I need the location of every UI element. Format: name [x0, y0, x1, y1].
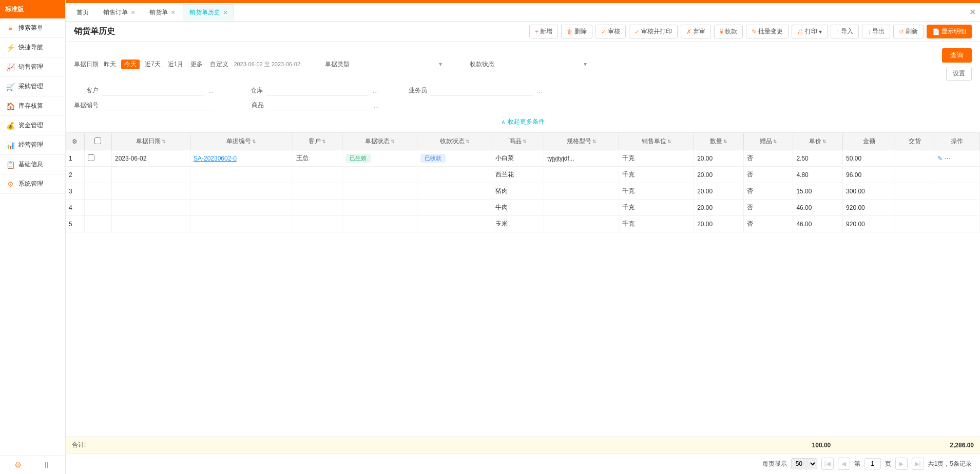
th-doc-no[interactable]: 单据编号⇅ — [190, 133, 293, 150]
cell-doc-no[interactable] — [190, 200, 293, 216]
ops-btn-0[interactable]: ✎ — [937, 155, 943, 162]
warehouse-ellipsis[interactable]: ... — [373, 87, 378, 94]
import-button[interactable]: ↑ 导入 — [831, 25, 859, 38]
cell-checkbox[interactable] — [84, 167, 111, 183]
cell-doc-no[interactable] — [190, 167, 293, 183]
tab-home[interactable]: 首页 — [70, 4, 95, 21]
collapse-btn[interactable]: ∧ 收起更多条件 — [74, 115, 972, 128]
cell-doc-no[interactable]: SA-20230602-0 — [190, 150, 293, 167]
sidebar-item-sales-mgmt[interactable]: 📈 销售管理 — [0, 57, 65, 77]
doc-no-input[interactable] — [102, 101, 215, 110]
warehouse-input[interactable] — [266, 86, 369, 95]
cell-ops — [934, 183, 980, 200]
cell-date — [111, 183, 190, 200]
tab-close-sales-order[interactable]: ✕ — [131, 10, 135, 15]
th-collect-status[interactable]: 收款状态⇅ — [417, 133, 492, 150]
table-footer: 合计: 100.00 2,286.00 — [66, 437, 980, 453]
collect-status-select[interactable] — [497, 60, 590, 69]
doc-no-link[interactable]: SA-20230602-0 — [194, 155, 237, 162]
shortcut-custom[interactable]: 自定义 — [208, 60, 230, 69]
abandon-button[interactable]: ✗ 弃审 — [681, 25, 711, 38]
cell-unit: 千克 — [619, 216, 694, 232]
th-customer[interactable]: 客户⇅ — [293, 133, 342, 150]
pause-bottom-icon[interactable]: ⏸ — [43, 461, 51, 470]
customer-ellipsis[interactable]: ... — [208, 87, 214, 94]
th-amount[interactable]: 金额 — [843, 133, 895, 150]
show-detail-button[interactable]: 📄 显示明细 — [927, 25, 972, 38]
print-button[interactable]: 🖨 打印 ▾ — [792, 25, 828, 38]
page-input[interactable] — [864, 458, 881, 469]
tab-close-sales-goods[interactable]: ✕ — [171, 10, 175, 15]
filter-row-2: 客户 ... 仓库 ... 业务员 ... — [74, 86, 972, 95]
next-page-btn[interactable]: ▶ — [895, 458, 908, 470]
tab-close-sales-history[interactable]: ✕ — [223, 10, 227, 15]
cell-checkbox[interactable] — [84, 200, 111, 216]
setting-button[interactable]: 设置 — [946, 67, 972, 81]
shortcut-more[interactable]: 更多 — [188, 60, 205, 69]
th-delivery[interactable]: 交货 — [895, 133, 934, 150]
cell-checkbox[interactable] — [84, 150, 111, 167]
tab-sales-history[interactable]: 销货单历史 ✕ — [183, 4, 234, 21]
th-goods[interactable]: 商品⇅ — [492, 133, 544, 150]
th-gift[interactable]: 赠品⇅ — [743, 133, 793, 150]
shortcut-7days[interactable]: 近7天 — [143, 60, 163, 69]
shortcut-today[interactable]: 今天 — [121, 60, 140, 69]
sidebar-item-operations-mgmt[interactable]: 📊 经营管理 — [0, 135, 65, 155]
prev-page-btn[interactable]: ◀ — [838, 458, 850, 470]
th-customer-label: 客户 — [309, 137, 321, 146]
quick-nav-icon: ⚡ — [6, 44, 14, 52]
shortcut-1month[interactable]: 近1月 — [166, 60, 186, 69]
select-all-checkbox[interactable] — [94, 137, 101, 144]
table-body: 12023-06-02SA-20230602-0王总已生效已收款小白菜tyjyj… — [66, 150, 980, 232]
cell-doc-status: 已生效 — [342, 150, 417, 167]
goods-ellipsis[interactable]: ... — [374, 102, 379, 109]
first-page-btn[interactable]: |◀ — [821, 458, 834, 470]
audit-button[interactable]: ✓ 审核 — [595, 25, 626, 38]
cell-doc-no[interactable] — [190, 216, 293, 232]
sidebar-item-quick-nav[interactable]: ⚡ 快捷导航 — [0, 38, 65, 57]
refresh-label: 刷新 — [906, 27, 918, 36]
tab-sales-order[interactable]: 销售订单 ✕ — [97, 4, 142, 21]
sidebar-item-inventory-calc[interactable]: 🏠 库存核算 — [0, 96, 65, 116]
audit-print-button[interactable]: ✓ 审核并打印 — [629, 25, 678, 38]
th-date[interactable]: 单据日期⇅ — [111, 133, 190, 150]
sidebar-item-sys-mgmt[interactable]: ⚙ 系统管理 — [0, 174, 65, 194]
goods-input[interactable] — [267, 101, 370, 110]
tab-bar-close-btn[interactable]: ✕ — [969, 7, 976, 17]
th-checkbox[interactable] — [84, 133, 111, 150]
new-button[interactable]: + 新增 — [529, 25, 558, 38]
th-price[interactable]: 单价⇅ — [793, 133, 843, 150]
sidebar-item-finance-mgmt[interactable]: 💰 资金管理 — [0, 116, 65, 135]
tab-sales-goods[interactable]: 销货单 ✕ — [143, 4, 182, 21]
cell-seq: 2 — [66, 167, 84, 183]
shortcut-yesterday[interactable]: 昨天 — [102, 60, 118, 69]
settings-bottom-icon[interactable]: ⚙ — [14, 460, 22, 470]
th-doc-status[interactable]: 单据状态⇅ — [342, 133, 417, 150]
sidebar-item-purchase-mgmt[interactable]: 🛒 采购管理 — [0, 77, 65, 96]
th-unit[interactable]: 销售单位⇅ — [619, 133, 694, 150]
cell-checkbox[interactable] — [84, 183, 111, 200]
sidebar-item-basic-info[interactable]: 📋 基础信息 — [0, 155, 65, 174]
delete-button[interactable]: 🗑 删除 — [561, 25, 592, 38]
customer-input[interactable] — [102, 86, 204, 95]
cell-checkbox[interactable] — [84, 216, 111, 232]
doc-type-select[interactable] — [353, 60, 445, 69]
th-spec[interactable]: 规格型号⇅ — [544, 133, 619, 150]
batch-change-button[interactable]: ✎ 批量变更 — [746, 25, 789, 38]
ops-btn-1[interactable]: ⋯ — [945, 155, 951, 162]
collect-button[interactable]: ¥ 收款 — [714, 25, 743, 38]
sidebar-item-label: 采购管理 — [18, 82, 43, 91]
query-button[interactable]: 查询 — [942, 48, 972, 63]
staff-input[interactable] — [430, 86, 533, 95]
th-qty[interactable]: 数量⇅ — [694, 133, 744, 150]
cell-doc-no[interactable] — [190, 183, 293, 200]
cell-spec — [544, 167, 619, 183]
last-page-btn[interactable]: ▶| — [912, 458, 924, 470]
sidebar-item-search-menu[interactable]: ≡ 搜索菜单 — [0, 18, 65, 38]
per-page-select[interactable]: 50 100 200 — [791, 458, 817, 469]
th-settings[interactable]: ⚙ — [66, 133, 84, 150]
row-checkbox[interactable] — [88, 154, 94, 161]
staff-ellipsis[interactable]: ... — [537, 87, 542, 94]
export-button[interactable]: ↓ 导出 — [862, 25, 890, 38]
refresh-button[interactable]: ↺ 刷新 — [893, 25, 924, 38]
